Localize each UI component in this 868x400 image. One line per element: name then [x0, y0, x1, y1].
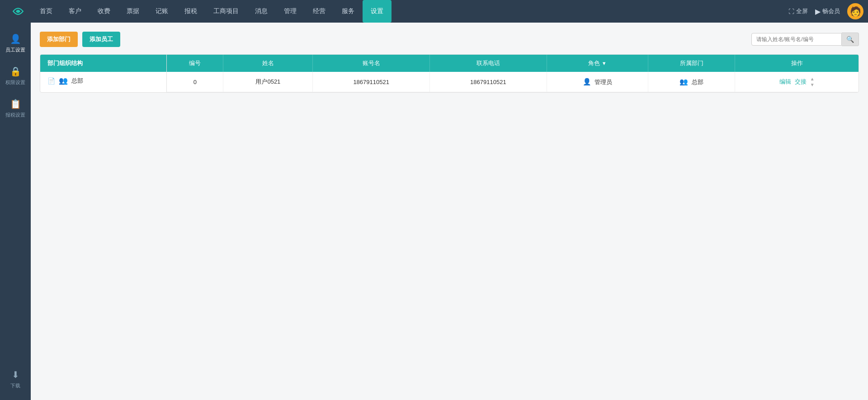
member-icon: ▶ [815, 7, 821, 16]
lock-icon: 🔒 [10, 66, 21, 77]
search-input[interactable] [751, 33, 842, 46]
cell-phone: 18679110521 [430, 72, 547, 92]
sidebar-item-permission[interactable]: 🔒 权限设置 [0, 60, 31, 92]
col-dept: 所属部门 [648, 55, 735, 72]
dept-tree-item[interactable]: 📄 👥 总部 [40, 72, 166, 89]
content-area: 添加部门 添加员工 🔍 部门组织结构 📄 👥 总部 [31, 23, 868, 400]
member-button[interactable]: ▶ 畅会员 [815, 7, 840, 16]
fullscreen-icon: ⛶ [788, 8, 794, 15]
filter-icon[interactable]: ▼ [602, 61, 607, 66]
employee-icon: 👤 [10, 33, 21, 44]
file-icon: 📄 [47, 77, 55, 85]
tax-icon: 📋 [10, 99, 21, 109]
main-layout: 👤 员工设置 🔒 权限设置 📋 报税设置 ⬇ 下载 添加部门 添加员工 [0, 23, 868, 400]
nav-account[interactable]: 记账 [147, 0, 176, 23]
search-button[interactable]: 🔍 [842, 33, 859, 46]
emp-data-table: 编号 姓名 账号名 联系电话 角色 ▼ 所属部门 操作 [167, 55, 859, 92]
sidebar-item-employee[interactable]: 👤 员工设置 [0, 27, 31, 60]
toolbar: 添加部门 添加员工 🔍 [40, 32, 859, 47]
sidebar-item-download[interactable]: ⬇ 下载 [10, 363, 20, 395]
logo[interactable] [5, 0, 32, 23]
col-role: 角色 ▼ [547, 55, 648, 72]
nav-customer[interactable]: 客户 [61, 0, 90, 23]
nav-menu: 首页 客户 收费 票据 记账 报税 工商项目 消息 管理 经营 服务 设置 [32, 0, 788, 23]
avatar[interactable]: 🧑 [847, 3, 863, 19]
dept-user-icon: 👥 [679, 78, 688, 85]
nav-fee[interactable]: 收费 [90, 0, 118, 23]
nav-bill[interactable]: 票据 [118, 0, 147, 23]
dept-tree-header: 部门组织结构 [40, 55, 166, 72]
nav-right-area: ⛶ 全屏 ▶ 畅会员 🧑 [788, 3, 863, 19]
nav-settings[interactable]: 设置 [363, 0, 392, 23]
table-row: 0 用户0521 18679110521 18679110521 👤 管理员 👥… [167, 72, 859, 92]
sidebar: 👤 员工设置 🔒 权限设置 📋 报税设置 ⬇ 下载 [0, 23, 31, 400]
search-icon: 🔍 [846, 36, 854, 43]
col-name: 姓名 [223, 55, 313, 72]
arrow-down-icon: ▼ [810, 82, 815, 87]
col-id: 编号 [167, 55, 223, 72]
cell-dept: 👥 总部 [648, 72, 735, 92]
nav-home[interactable]: 首页 [32, 0, 61, 23]
col-ops: 操作 [735, 55, 859, 72]
add-emp-button[interactable]: 添加员工 [82, 32, 120, 47]
nav-service[interactable]: 服务 [334, 0, 363, 23]
col-phone: 联系电话 [430, 55, 547, 72]
role-user-icon: 👤 [583, 78, 591, 85]
department-tree: 部门组织结构 📄 👥 总部 [40, 55, 167, 92]
col-account: 账号名 [313, 55, 430, 72]
table-header-row: 编号 姓名 账号名 联系电话 角色 ▼ 所属部门 操作 [167, 55, 859, 72]
add-dept-button[interactable]: 添加部门 [40, 32, 78, 47]
employee-table: 编号 姓名 账号名 联系电话 角色 ▼ 所属部门 操作 [167, 55, 859, 92]
cell-name: 用户0521 [223, 72, 313, 92]
nav-business[interactable]: 工商项目 [205, 0, 247, 23]
arrow-up-icon: ▲ [810, 76, 815, 81]
sidebar-bottom: ⬇ 下载 [10, 363, 20, 400]
cell-role: 👤 管理员 [547, 72, 648, 92]
dept-user-icon: 👥 [59, 76, 68, 85]
cell-account: 18679110521 [313, 72, 430, 92]
edit-link[interactable]: 编辑 [779, 78, 791, 86]
cell-ops: 编辑 交接 ▲ ▼ [735, 72, 859, 92]
table-area: 部门组织结构 📄 👥 总部 编号 姓名 账号名 联系电话 [40, 54, 859, 93]
search-bar: 🔍 [751, 33, 859, 46]
download-icon: ⬇ [12, 369, 19, 380]
sidebar-item-taxsettings[interactable]: 📋 报税设置 [0, 92, 31, 125]
cell-id: 0 [167, 72, 223, 92]
transfer-link[interactable]: 交接 [795, 78, 807, 86]
nav-operation[interactable]: 经营 [305, 0, 334, 23]
top-navigation: 首页 客户 收费 票据 记账 报税 工商项目 消息 管理 经营 服务 设置 ⛶ … [0, 0, 868, 23]
nav-message[interactable]: 消息 [247, 0, 276, 23]
fullscreen-button[interactable]: ⛶ 全屏 [788, 7, 808, 15]
row-scroll-arrows[interactable]: ▲ ▼ [808, 76, 816, 87]
nav-manage[interactable]: 管理 [276, 0, 305, 23]
nav-tax[interactable]: 报税 [176, 0, 205, 23]
